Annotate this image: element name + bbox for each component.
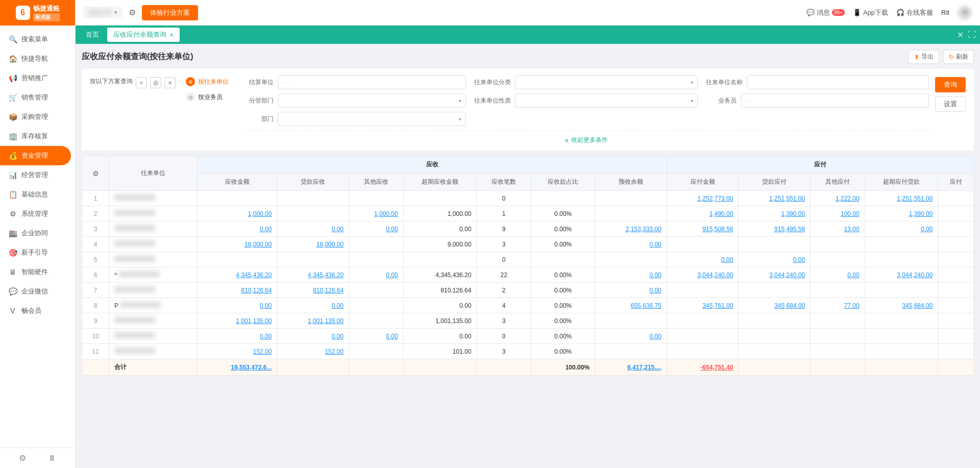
- gear-icon[interactable]: ⚙: [129, 8, 136, 17]
- table-cell[interactable]: 1,000.00: [198, 206, 277, 221]
- table-cell[interactable]: 0.00: [349, 221, 404, 237]
- table-cell[interactable]: 345,684.00: [739, 298, 811, 313]
- footer-ap-total[interactable]: -654,751.40: [667, 359, 739, 376]
- sidebar-collapse-icon[interactable]: ⏸: [48, 454, 56, 463]
- schema-tab-partner[interactable]: ⊕ 按往来单位: [182, 75, 233, 88]
- table-cell[interactable]: 345,761.00: [667, 298, 739, 313]
- refresh-btn[interactable]: ↻ 刷新: [943, 50, 974, 64]
- sidebar-item-quick-nav[interactable]: 🏠 快捷导航: [0, 49, 75, 68]
- table-cell[interactable]: 0.00: [865, 221, 938, 237]
- table-cell[interactable]: 0.00: [198, 221, 277, 237]
- table-cell[interactable]: 4,345,436.20: [277, 267, 349, 283]
- table-cell[interactable]: 915,495.56: [739, 221, 811, 237]
- filter-section-input[interactable]: ▾: [278, 112, 466, 126]
- table-cell[interactable]: 18,000.00: [277, 237, 349, 252]
- table-cell[interactable]: 0.00: [277, 329, 349, 344]
- table-cell[interactable]: 0.00: [277, 298, 349, 313]
- sidebar-item-sales[interactable]: 🛒 销售管理: [0, 88, 75, 107]
- table-cell[interactable]: 13.00: [811, 221, 865, 237]
- table-cell[interactable]: 655,636.75: [595, 298, 667, 313]
- sidebar-item-search[interactable]: 🔍 搜索菜单: [0, 30, 75, 49]
- table-cell[interactable]: 152.00: [277, 344, 349, 359]
- table-cell[interactable]: 0.00: [277, 221, 349, 237]
- messages-btn[interactable]: 💬 消息 99+: [806, 8, 845, 17]
- table-cell[interactable]: 3,044,240.00: [865, 267, 938, 283]
- app-download-btn[interactable]: 📱 App下载: [853, 8, 888, 17]
- table-cell[interactable]: 100.00: [811, 206, 865, 221]
- filter-partner-category-input[interactable]: ▾: [515, 75, 697, 89]
- filter-add-btn[interactable]: ＋: [136, 77, 147, 88]
- table-cell[interactable]: 1,390.00: [739, 206, 811, 221]
- footer-ar-total[interactable]: 19,553,472.6...: [198, 359, 277, 376]
- table-cell[interactable]: 1,251,551.00: [739, 191, 811, 206]
- table-cell[interactable]: 0.00: [349, 329, 404, 344]
- footer-ar-prepay[interactable]: 6,417,215....: [595, 359, 667, 376]
- schema-tab-salesperson[interactable]: ◷ 按业务员: [182, 90, 233, 104]
- filter-dept-input[interactable]: ▾: [278, 93, 466, 108]
- set-btn[interactable]: 设置: [935, 96, 966, 112]
- sidebar-item-enterprise[interactable]: 🏬 企业协同: [0, 224, 75, 243]
- table-cell[interactable]: 3,044,240.00: [739, 267, 811, 283]
- table-cell[interactable]: 810,126.64: [198, 283, 277, 298]
- sidebar-item-wechat[interactable]: 💬 企业微信: [0, 282, 75, 301]
- tab-ar-ap[interactable]: 应收应付余额查询 ✕: [107, 28, 180, 42]
- sidebar-item-operations[interactable]: 📊 经营管理: [0, 165, 75, 185]
- tab-home[interactable]: 首页: [80, 28, 105, 42]
- close-window-icon[interactable]: ✕: [957, 30, 964, 40]
- filter-config-btn[interactable]: ◎: [150, 77, 161, 88]
- company-selector[interactable]: 某某公司 ▾: [84, 7, 122, 18]
- sidebar-item-guide[interactable]: 🎯 新手引导: [0, 243, 75, 262]
- table-cell[interactable]: 3,044,240.00: [667, 267, 739, 283]
- table-cell[interactable]: 0.00: [595, 237, 667, 252]
- col-settings[interactable]: ⚙: [82, 156, 109, 191]
- sidebar-item-system[interactable]: ⚙ 系统管理: [0, 204, 75, 224]
- sidebar-item-member[interactable]: V 畅会员: [0, 301, 75, 321]
- sidebar-item-hardware[interactable]: 🖥 智能硬件: [0, 262, 75, 282]
- filter-salesperson-input[interactable]: ···: [741, 93, 929, 108]
- table-cell[interactable]: 1,252,773.00: [667, 191, 739, 206]
- table-cell[interactable]: 915,508.56: [667, 221, 739, 237]
- table-cell[interactable]: 1,001,135.00: [198, 313, 277, 329]
- table-cell[interactable]: 2,153,333.00: [595, 221, 667, 237]
- sidebar-item-finance[interactable]: 💰 资金管理: [0, 146, 71, 165]
- table-cell[interactable]: 4,345,436.20: [198, 267, 277, 283]
- sidebar-item-basic-info[interactable]: 📋 基础信息: [0, 185, 75, 204]
- table-cell[interactable]: 0.00: [667, 252, 739, 267]
- table-cell[interactable]: 0.00: [739, 252, 811, 267]
- filter-partner-name-input[interactable]: [747, 75, 929, 89]
- filter-collapse-btn[interactable]: «: [164, 77, 176, 88]
- table-cell[interactable]: 1,251,551.00: [865, 191, 938, 206]
- sidebar-item-marketing[interactable]: 📢 营销推广: [0, 68, 75, 88]
- table-cell[interactable]: 345,684.00: [865, 298, 938, 313]
- maximize-icon[interactable]: ⛶: [968, 30, 976, 39]
- table-cell[interactable]: 0.00: [595, 283, 667, 298]
- online-service-btn[interactable]: 🎧 在线客服: [896, 8, 933, 17]
- table-cell[interactable]: 152.00: [198, 344, 277, 359]
- query-btn[interactable]: 查询: [935, 77, 966, 92]
- table-settings-icon[interactable]: ⚙: [92, 169, 99, 178]
- table-cell[interactable]: 0.00: [349, 267, 404, 283]
- table-cell[interactable]: 1,000.00: [349, 206, 404, 221]
- table-cell[interactable]: 1,490.00: [667, 206, 739, 221]
- table-cell[interactable]: 1,222.00: [811, 191, 865, 206]
- tab-close-icon[interactable]: ✕: [169, 32, 174, 38]
- sidebar-settings-icon[interactable]: ⚙: [19, 453, 26, 463]
- table-cell[interactable]: 0.00: [595, 267, 667, 283]
- collapse-more-btn[interactable]: ∧ 收起更多条件: [565, 136, 608, 144]
- user-avatar[interactable]: 用: [958, 6, 972, 20]
- table-cell[interactable]: 18,000.00: [198, 237, 277, 252]
- filter-partner-nature-input[interactable]: ▾: [515, 93, 697, 108]
- filter-settlement-input[interactable]: ···: [278, 75, 466, 89]
- table-cell[interactable]: 0.00: [811, 267, 865, 283]
- table-cell[interactable]: 0.00: [198, 329, 277, 344]
- sidebar-item-purchase[interactable]: 📦 采购管理: [0, 107, 75, 127]
- table-cell[interactable]: 810,126.64: [277, 283, 349, 298]
- trial-btn[interactable]: 体验行业方案: [142, 5, 198, 20]
- export-btn[interactable]: ⬆ 导出: [909, 50, 939, 64]
- table-cell[interactable]: 1,001,135.00: [277, 313, 349, 329]
- table-cell[interactable]: 0.00: [595, 329, 667, 344]
- sidebar-item-inventory[interactable]: 🏢 库存核算: [0, 127, 75, 146]
- table-cell[interactable]: 77.00: [811, 298, 865, 313]
- table-cell[interactable]: 0.00: [198, 298, 277, 313]
- table-cell[interactable]: 1,390.00: [865, 206, 938, 221]
